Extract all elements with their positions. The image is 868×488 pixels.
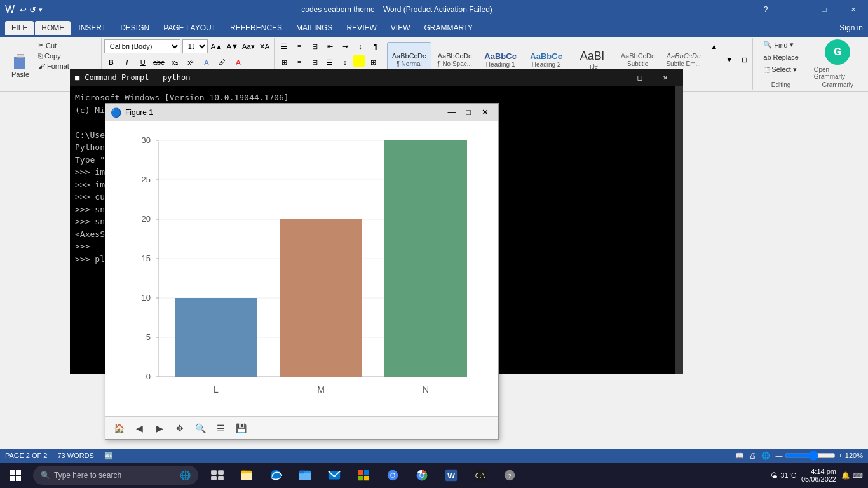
styles-more[interactable]: ⊟ <box>738 53 752 67</box>
tab-references[interactable]: REFERENCES <box>224 21 288 35</box>
tab-view[interactable]: VIEW <box>384 21 417 35</box>
open-grammarly-btn[interactable]: Open Grammarly <box>814 66 862 80</box>
find-button[interactable]: 🔍 Find ▾ <box>761 39 801 50</box>
view-web-btn[interactable]: 🌐 <box>761 452 770 460</box>
word-close-btn[interactable]: × <box>839 0 868 19</box>
bullets-btn[interactable]: ☰ <box>277 39 291 53</box>
align-right-btn[interactable]: ⊟ <box>308 55 322 69</box>
copy-button[interactable]: ⎘ Copy <box>36 51 72 60</box>
font-grow-btn[interactable]: A▲ <box>210 39 224 53</box>
zoom-out-btn[interactable]: — <box>775 452 782 459</box>
figure-back-btn[interactable]: ◀ <box>130 419 149 437</box>
taskbar-edge[interactable] <box>262 463 290 488</box>
underline-btn[interactable]: U <box>136 55 150 69</box>
chrome-alt-icon <box>386 468 400 482</box>
multilevel-btn[interactable]: ⊟ <box>308 39 322 53</box>
superscript-btn[interactable]: x² <box>184 55 198 69</box>
decrease-indent-btn[interactable]: ⇤ <box>323 39 337 53</box>
tab-grammarly[interactable]: GRAMMARLY <box>417 21 478 35</box>
styles-scroll-down[interactable]: ▼ <box>722 53 736 67</box>
line-spacing-btn[interactable]: ↕ <box>338 55 352 69</box>
align-center-btn[interactable]: ≡ <box>292 55 306 69</box>
figure-move-btn[interactable]: ✥ <box>170 419 189 437</box>
cmd-close-btn[interactable]: ✕ <box>653 69 678 86</box>
cmd-restore-btn[interactable]: □ <box>627 69 653 86</box>
figure-home-btn[interactable]: 🏠 <box>109 419 128 437</box>
view-print-btn[interactable]: 🖨 <box>749 452 756 459</box>
taskbar-chromalt[interactable] <box>379 463 407 488</box>
replace-button[interactable]: ab Replace <box>761 52 801 62</box>
undo-btn[interactable]: ↩ <box>20 5 27 15</box>
numbering-btn[interactable]: ≡ <box>292 39 306 53</box>
align-left-btn[interactable]: ⊞ <box>277 55 291 69</box>
grammarly-btn[interactable]: G <box>825 39 850 65</box>
tab-home[interactable]: HOME <box>35 21 71 35</box>
taskbar-word[interactable]: W <box>437 463 465 488</box>
figure-forward-btn[interactable]: ▶ <box>150 419 169 437</box>
zoom-in-btn[interactable]: + <box>838 452 842 459</box>
taskbar-search[interactable]: 🔍 Type here to search 🌐 <box>33 466 198 485</box>
sort-btn[interactable]: ↕ <box>353 39 367 53</box>
zoom-control: — + 120% <box>775 451 863 461</box>
cmd-minimize-btn[interactable]: — <box>602 69 627 86</box>
text-effects-btn[interactable]: A <box>200 55 214 69</box>
font-color-btn[interactable]: A <box>231 55 245 69</box>
shading-btn[interactable] <box>353 55 365 67</box>
taskbar-explorer[interactable] <box>233 463 261 488</box>
cmd-scrollbar[interactable] <box>675 86 683 374</box>
bar-M <box>280 219 362 377</box>
style-subtitle-preview: AaBbCcDc <box>621 52 655 60</box>
taskbar-chrome[interactable] <box>408 463 436 488</box>
figure-zoom-btn[interactable]: 🔍 <box>191 419 210 437</box>
figure-restore-btn[interactable]: □ <box>460 104 477 121</box>
justify-btn[interactable]: ☰ <box>323 55 337 69</box>
word-help-btn[interactable]: ? <box>751 0 780 19</box>
format-painter-button[interactable]: 🖌 Format <box>36 62 72 71</box>
clock[interactable]: 4:14 pm 05/06/2022 <box>801 468 836 483</box>
notification-icon[interactable]: 🔔 <box>841 471 850 480</box>
redo-btn[interactable]: ↺ <box>29 5 36 15</box>
style-no-spacing-preview: AaBbCcDc <box>438 52 472 60</box>
taskbar-cmd[interactable]: C:\ <box>466 463 494 488</box>
word-minimize-btn[interactable]: – <box>780 0 810 19</box>
ribbon-tabs: FILE HOME INSERT DESIGN PAGE LAYOUT REFE… <box>0 19 868 37</box>
font-family-select[interactable]: Calibri (Body) <box>104 39 180 53</box>
taskbar-mail[interactable] <box>320 463 348 488</box>
figure-settings-btn[interactable]: ☰ <box>211 419 230 437</box>
tab-mailings[interactable]: MAILINGS <box>290 21 339 35</box>
clear-format-btn[interactable]: ✕A <box>257 39 271 53</box>
taskbar-unknown[interactable]: ? <box>496 463 524 488</box>
taskbar-store[interactable] <box>349 463 377 488</box>
taskview-btn[interactable] <box>203 463 231 488</box>
text-highlight-btn[interactable]: 🖊 <box>215 55 229 69</box>
styles-scroll-up[interactable]: ▲ <box>707 39 721 53</box>
tab-insert[interactable]: INSERT <box>72 21 112 35</box>
cut-button[interactable]: ✂ Cut <box>36 41 72 50</box>
sign-in-btn[interactable]: Sign in <box>839 24 863 32</box>
figure-minimize-btn[interactable]: — <box>444 104 460 121</box>
font-size-select[interactable]: 11 <box>182 39 208 53</box>
change-case-btn[interactable]: Aa▾ <box>241 39 255 53</box>
bold-btn[interactable]: B <box>104 55 118 69</box>
select-button[interactable]: ⬚ Select ▾ <box>761 64 801 75</box>
start-button[interactable] <box>0 463 31 488</box>
font-shrink-btn[interactable]: A▼ <box>226 39 240 53</box>
italic-btn[interactable]: I <box>120 55 134 69</box>
borders-btn[interactable]: ⊞ <box>366 55 380 69</box>
paste-button[interactable]: Paste <box>6 39 34 88</box>
tab-file[interactable]: FILE <box>5 21 34 35</box>
view-read-btn[interactable]: 📖 <box>735 452 744 460</box>
subscript-btn[interactable]: x₂ <box>168 55 182 69</box>
zoom-slider[interactable] <box>785 451 836 461</box>
word-restore-btn[interactable]: □ <box>810 0 839 19</box>
tab-page-layout[interactable]: PAGE LAYOUT <box>157 21 222 35</box>
increase-indent-btn[interactable]: ⇥ <box>338 39 352 53</box>
figure-close-btn[interactable]: ✕ <box>477 104 493 121</box>
figure-save-btn[interactable]: 💾 <box>231 419 250 437</box>
strikethrough-btn[interactable]: abc <box>152 55 166 69</box>
show-marks-btn[interactable]: ¶ <box>369 39 383 53</box>
taskbar-files[interactable] <box>291 463 319 488</box>
cmd-line-1: Microsoft Windows [Version 10.0.19044.17… <box>75 92 678 104</box>
tab-review[interactable]: REVIEW <box>340 21 383 35</box>
tab-design[interactable]: DESIGN <box>114 21 156 35</box>
